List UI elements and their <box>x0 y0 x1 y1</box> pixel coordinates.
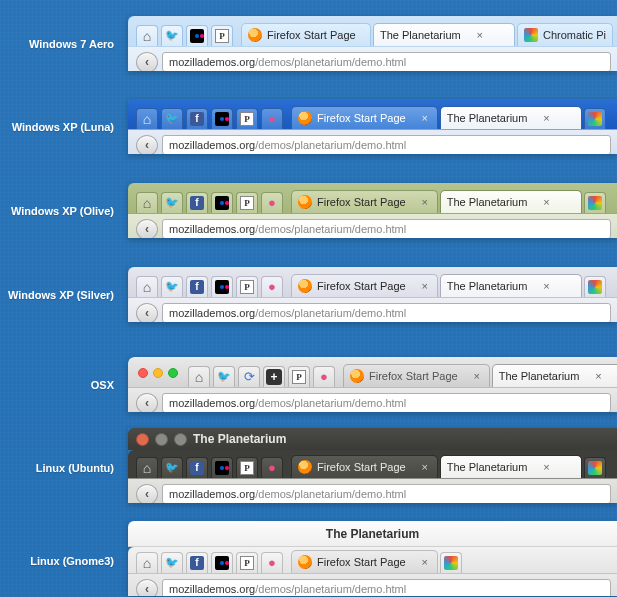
flickr-icon <box>190 29 204 43</box>
pinned-tab-p[interactable] <box>236 276 258 297</box>
url-host: mozillademos.org <box>169 139 255 151</box>
window-titlebar[interactable]: The Planetarium <box>128 428 617 450</box>
tab-active[interactable]: The Planetarium× <box>440 455 582 478</box>
pinned-tab-p[interactable] <box>236 457 258 478</box>
tab-background[interactable]: Firefox Start Page× <box>291 274 438 297</box>
tab-strip: Firefox Start Page×The Planetarium× <box>128 357 617 387</box>
pinned-tab-facebook[interactable] <box>186 552 208 573</box>
pinned-tab-flickr[interactable] <box>211 552 233 573</box>
back-button[interactable]: ‹ <box>136 135 158 155</box>
back-button[interactable]: ‹ <box>136 219 158 239</box>
window-close-button[interactable] <box>138 368 148 378</box>
tab-active[interactable]: The Planetarium× <box>440 190 582 213</box>
pinned-tab-facebook[interactable] <box>186 192 208 213</box>
window-min-button[interactable] <box>153 368 163 378</box>
pinned-tab-home[interactable] <box>136 25 158 46</box>
pinned-tab-twitter[interactable] <box>161 192 183 213</box>
tab-overflow[interactable]: Chromatic Pi <box>517 23 613 46</box>
tab-background[interactable]: Firefox Start Page× <box>343 364 490 387</box>
tab-background[interactable]: Firefox Start Page× <box>291 106 438 129</box>
back-button[interactable]: ‹ <box>136 303 158 323</box>
close-icon[interactable]: × <box>540 112 552 124</box>
tab-active[interactable]: The Planetarium× <box>373 23 515 46</box>
home-icon <box>143 195 151 211</box>
pinned-tab-dribbble[interactable] <box>261 192 283 213</box>
pinned-tab-dribbble[interactable] <box>313 366 335 387</box>
pinned-tab-dribbble[interactable] <box>261 276 283 297</box>
close-icon[interactable]: × <box>419 280 431 292</box>
pinned-tab-p[interactable] <box>288 366 310 387</box>
pinned-tab-flickr[interactable] <box>211 457 233 478</box>
pinned-tab-twitter[interactable] <box>161 552 183 573</box>
address-bar[interactable]: mozillademos.org/demos/planetarium/demo.… <box>162 579 611 596</box>
tab-active[interactable]: The Planetarium× <box>440 274 582 297</box>
overflow-tab[interactable] <box>584 108 606 129</box>
close-icon[interactable]: × <box>540 280 552 292</box>
pinned-tab-twitter[interactable] <box>161 457 183 478</box>
pinned-tab-twitter[interactable] <box>213 366 235 387</box>
pinned-tab-flickr[interactable] <box>211 192 233 213</box>
window-min-button[interactable] <box>155 433 168 446</box>
window-max-button[interactable] <box>174 433 187 446</box>
back-button[interactable]: ‹ <box>136 393 158 413</box>
overflow-tab[interactable] <box>584 276 606 297</box>
overflow-tab[interactable] <box>440 552 462 573</box>
tab-background[interactable]: Firefox Start Page× <box>291 455 438 478</box>
pinned-tab-twitter[interactable] <box>161 108 183 129</box>
pinned-tab-dribbble[interactable] <box>261 552 283 573</box>
close-icon[interactable]: × <box>419 196 431 208</box>
pinned-tab-plus[interactable] <box>263 366 285 387</box>
tab-background[interactable]: Firefox Start Page× <box>291 190 438 213</box>
close-icon[interactable]: × <box>419 556 431 568</box>
tab-background[interactable]: Firefox Start Page <box>241 23 371 46</box>
pinned-tab-twitter[interactable] <box>161 276 183 297</box>
pinned-tab-twitter[interactable] <box>161 25 183 46</box>
pinned-tab-flickr[interactable] <box>211 108 233 129</box>
pinned-tab-facebook[interactable] <box>186 457 208 478</box>
tab-background[interactable]: Firefox Start Page× <box>291 550 438 573</box>
pinned-tab-home[interactable] <box>136 108 158 129</box>
close-icon[interactable]: × <box>474 29 486 41</box>
window-close-button[interactable] <box>136 433 149 446</box>
address-bar[interactable]: mozillademos.org/demos/planetarium/demo.… <box>162 52 611 71</box>
pinned-tab-dribbble[interactable] <box>261 457 283 478</box>
close-icon[interactable]: × <box>592 370 604 382</box>
back-button[interactable]: ‹ <box>136 579 158 597</box>
window-titlebar[interactable]: The Planetarium <box>128 521 617 547</box>
pinned-tab-reload[interactable] <box>238 366 260 387</box>
overflow-tab[interactable] <box>584 192 606 213</box>
pinned-tab-home[interactable] <box>136 276 158 297</box>
pinned-tab-home[interactable] <box>136 457 158 478</box>
pinned-tab-home[interactable] <box>136 552 158 573</box>
address-bar[interactable]: mozillademos.org/demos/planetarium/demo.… <box>162 393 611 412</box>
address-bar[interactable]: mozillademos.org/demos/planetarium/demo.… <box>162 484 611 503</box>
pinned-tab-flickr[interactable] <box>186 25 208 46</box>
address-bar[interactable]: mozillademos.org/demos/planetarium/demo.… <box>162 219 611 238</box>
pinned-tab-flickr[interactable] <box>211 276 233 297</box>
tab-active[interactable]: The Planetarium× <box>440 106 582 129</box>
address-bar[interactable]: mozillademos.org/demos/planetarium/demo.… <box>162 135 611 154</box>
pinned-tab-p[interactable] <box>236 552 258 573</box>
close-icon[interactable]: × <box>540 461 552 473</box>
pinned-tab-facebook[interactable] <box>186 276 208 297</box>
back-button[interactable]: ‹ <box>136 484 158 504</box>
pinned-tab-home[interactable] <box>188 366 210 387</box>
pinned-tab-dribbble[interactable] <box>261 108 283 129</box>
tab-label: The Planetarium <box>447 461 528 473</box>
pinned-tab-p[interactable] <box>236 108 258 129</box>
close-icon[interactable]: × <box>540 196 552 208</box>
pinned-tab-home[interactable] <box>136 192 158 213</box>
pinned-tab-facebook[interactable] <box>186 108 208 129</box>
tab-favicon <box>298 111 312 125</box>
window-max-button[interactable] <box>168 368 178 378</box>
close-icon[interactable]: × <box>419 461 431 473</box>
back-button[interactable]: ‹ <box>136 52 158 72</box>
tab-active[interactable]: The Planetarium× <box>492 364 617 387</box>
close-icon[interactable]: × <box>471 370 483 382</box>
pinned-tab-p[interactable] <box>236 192 258 213</box>
facebook-icon <box>190 280 204 294</box>
overflow-tab[interactable] <box>584 457 606 478</box>
address-bar[interactable]: mozillademos.org/demos/planetarium/demo.… <box>162 303 611 322</box>
close-icon[interactable]: × <box>419 112 431 124</box>
pinned-tab-p[interactable] <box>211 25 233 46</box>
